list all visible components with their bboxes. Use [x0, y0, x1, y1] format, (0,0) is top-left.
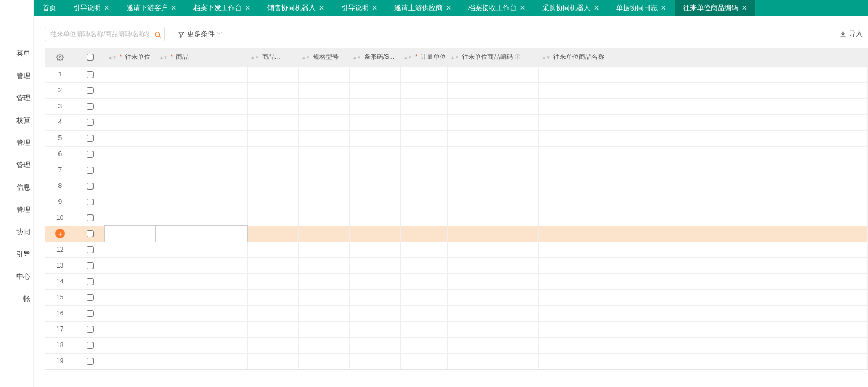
cell[interactable] [400, 82, 447, 98]
select-all-checkbox[interactable] [87, 54, 94, 61]
cell[interactable] [105, 321, 156, 337]
cell[interactable] [105, 210, 156, 226]
cell[interactable] [298, 226, 349, 242]
tab-采购协同机器人[interactable]: 采购协同机器人✕ [534, 0, 608, 16]
cell[interactable] [349, 273, 400, 289]
cell[interactable] [105, 242, 156, 257]
row-checkbox[interactable] [87, 262, 94, 269]
row-checkbox[interactable] [87, 71, 94, 78]
row-checkbox[interactable] [87, 230, 94, 237]
sidebar-item-10[interactable]: 中心 [0, 265, 33, 288]
cell[interactable] [447, 114, 538, 130]
cell[interactable] [298, 210, 349, 226]
cell[interactable] [538, 321, 868, 337]
cell[interactable] [105, 305, 156, 321]
sidebar-item-4[interactable]: 管理 [0, 132, 33, 154]
table-row[interactable]: 13 [45, 257, 868, 273]
cell[interactable] [105, 114, 156, 130]
cell[interactable] [447, 242, 538, 257]
cell[interactable] [349, 162, 400, 178]
sidebar-item-8[interactable]: 协同 [0, 221, 33, 243]
sidebar-item-3[interactable]: 核算 [0, 109, 33, 132]
cell[interactable] [247, 321, 298, 337]
cell[interactable] [349, 257, 400, 273]
cell[interactable] [349, 98, 400, 114]
cell[interactable] [298, 66, 349, 82]
cell[interactable] [247, 242, 298, 257]
cell[interactable] [538, 226, 868, 242]
cell[interactable] [247, 130, 298, 146]
close-icon[interactable]: ✕ [594, 4, 599, 12]
cell[interactable] [247, 178, 298, 194]
cell[interactable] [349, 194, 400, 210]
cell[interactable] [400, 178, 447, 194]
cell[interactable] [538, 353, 868, 369]
cell[interactable] [447, 98, 538, 114]
cell[interactable] [349, 210, 400, 226]
table-row[interactable]: 16 [45, 305, 868, 321]
sidebar-item-1[interactable]: 管理 [0, 65, 33, 87]
cell[interactable] [349, 114, 400, 130]
cell[interactable] [538, 210, 868, 226]
cell[interactable] [538, 66, 868, 82]
cell[interactable] [105, 130, 156, 146]
cell[interactable] [400, 321, 447, 337]
cell[interactable] [156, 82, 247, 98]
close-icon[interactable]: ✕ [171, 4, 176, 12]
cell[interactable] [156, 353, 247, 369]
close-icon[interactable]: ✕ [372, 4, 377, 12]
tab-销售协同机器人[interactable]: 销售协同机器人✕ [259, 0, 333, 16]
column-partner-code[interactable]: ▲▼ 往来单位商品编码 ⓘ [447, 48, 538, 66]
row-checkbox[interactable] [87, 151, 94, 158]
cell[interactable] [400, 146, 447, 162]
cell[interactable] [298, 257, 349, 273]
cell[interactable] [400, 194, 447, 210]
cell[interactable] [247, 210, 298, 226]
close-icon[interactable]: ✕ [446, 4, 451, 12]
sidebar-item-6[interactable]: 信息 [0, 176, 33, 199]
cell[interactable] [400, 210, 447, 226]
close-icon[interactable]: ✕ [520, 4, 525, 12]
cell[interactable] [538, 273, 868, 289]
cell[interactable] [447, 194, 538, 210]
cell[interactable] [247, 194, 298, 210]
cell[interactable] [105, 162, 156, 178]
table-row[interactable]: 15 [45, 289, 868, 305]
row-checkbox[interactable] [87, 167, 94, 174]
tab-首页[interactable]: 首页 [34, 0, 65, 16]
cell[interactable] [105, 146, 156, 162]
cell[interactable] [298, 82, 349, 98]
cell[interactable] [538, 242, 868, 257]
cell[interactable] [247, 305, 298, 321]
cell[interactable] [349, 321, 400, 337]
cell[interactable] [247, 353, 298, 369]
cell[interactable] [156, 114, 247, 130]
cell[interactable] [400, 66, 447, 82]
cell[interactable] [298, 305, 349, 321]
column-barcode[interactable]: ▲▼ 条形码/S... [349, 48, 400, 66]
cell[interactable] [156, 273, 247, 289]
sidebar-item-0[interactable]: 菜单 [0, 42, 33, 65]
cell[interactable] [400, 273, 447, 289]
row-checkbox[interactable] [87, 214, 94, 221]
cell[interactable] [247, 226, 298, 242]
cell[interactable] [400, 289, 447, 305]
cell[interactable] [447, 162, 538, 178]
cell[interactable] [156, 210, 247, 226]
row-checkbox[interactable] [87, 103, 94, 110]
cell[interactable] [538, 162, 868, 178]
cell[interactable] [156, 194, 247, 210]
cell[interactable] [105, 353, 156, 369]
row-checkbox[interactable] [87, 119, 94, 126]
cell[interactable] [349, 66, 400, 82]
cell[interactable] [349, 289, 400, 305]
table-row[interactable]: 18 [45, 337, 868, 353]
table-row[interactable]: + [45, 226, 868, 242]
cell[interactable] [400, 114, 447, 130]
cell[interactable] [298, 98, 349, 114]
help-icon[interactable]: ⓘ [515, 54, 520, 60]
cell[interactable] [538, 130, 868, 146]
cell[interactable] [447, 210, 538, 226]
add-row-button[interactable]: + [55, 229, 65, 238]
cell[interactable] [156, 242, 247, 257]
